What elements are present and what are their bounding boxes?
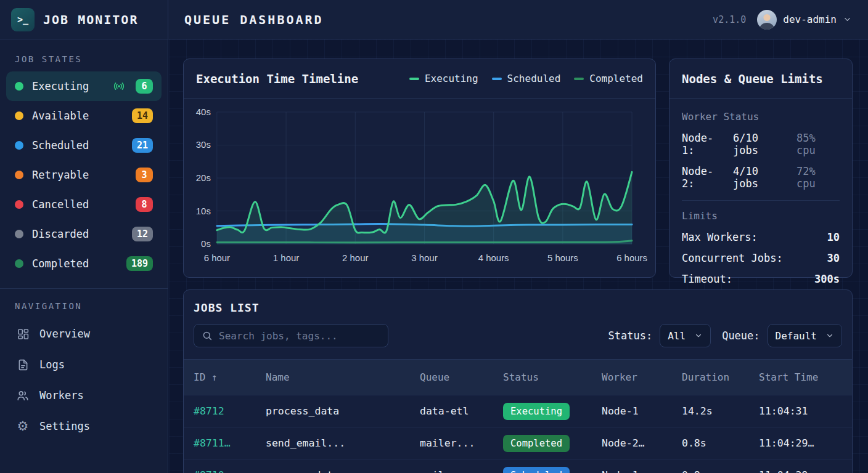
- worker-name: Node-1:: [682, 132, 725, 156]
- state-count-badge: 12: [132, 227, 153, 241]
- job-start-time: 11:04:29: [759, 469, 852, 473]
- jobs-table-body: #8712process_datadata-etlExecutingNode-1…: [184, 395, 852, 473]
- job-duration: 0.8s: [682, 469, 759, 473]
- job-start-time: 11:04:31: [759, 405, 852, 417]
- limit-label: Max Workers:: [682, 231, 758, 243]
- column-header-id[interactable]: ID ↑: [194, 371, 266, 383]
- state-label: Retryable: [32, 169, 127, 181]
- worker-jobs: 4/10 jobs: [733, 165, 788, 190]
- column-header-worker[interactable]: Worker: [602, 371, 682, 383]
- worker-cpu: 85% cpu: [796, 132, 840, 156]
- legend-label: Executing: [425, 73, 478, 84]
- job-id-link[interactable]: #8712: [194, 405, 266, 417]
- topbar-main: QUEUE DASHBOARD v2.1.0 dev-admin: [168, 0, 868, 39]
- limit-label: Concurrent Jobs:: [682, 252, 783, 264]
- legend-label: Scheduled: [507, 73, 561, 84]
- nodes-card-body: Worker Status Node-1:6/10 jobs85% cpuNod…: [669, 99, 852, 285]
- version-label: v2.1.0: [713, 14, 746, 25]
- limits-list: Max Workers:10Concurrent Jobs:30Timeout:…: [682, 231, 840, 285]
- sidebar-state-available[interactable]: Available14: [6, 101, 162, 131]
- table-row[interactable]: #8710process_datamailerScheduledNode-10.…: [184, 459, 852, 473]
- column-header-queue[interactable]: Queue: [420, 371, 503, 383]
- job-status-cell: Executing: [503, 403, 602, 420]
- job-queue: mailer: [420, 469, 503, 473]
- table-row[interactable]: #8712process_datadata-etlExecutingNode-1…: [184, 395, 852, 427]
- svg-text:0s: 0s: [201, 238, 211, 249]
- svg-text:4 hours: 4 hours: [478, 253, 509, 263]
- limit-row: Timeout:300s: [682, 273, 840, 285]
- svg-text:30s: 30s: [196, 139, 211, 150]
- column-header-duration[interactable]: Duration: [682, 371, 759, 383]
- jobs-card-header: JOBS LIST Status:AllQueue:Default: [184, 290, 852, 347]
- queue-filter-select[interactable]: Default: [768, 324, 842, 347]
- sidebar-item-logs[interactable]: Logs: [0, 349, 168, 380]
- navigation-list: OverviewLogsWorkers⚙Settings: [0, 318, 168, 442]
- sidebar-state-executing[interactable]: Executing6: [6, 71, 162, 101]
- chevron-down-icon: [694, 331, 703, 340]
- sidebar-state-retryable[interactable]: Retryable3: [6, 160, 162, 190]
- users-icon: [16, 389, 30, 402]
- job-id-link[interactable]: #8711…: [194, 437, 266, 449]
- table-row[interactable]: #8711…send_email...mailer...CompletedNod…: [184, 427, 852, 459]
- status-filter-select[interactable]: All: [660, 324, 711, 347]
- chart-legend: ExecutingScheduledCompleted: [409, 73, 643, 84]
- state-dot: [15, 141, 23, 150]
- worker-name: Node-2:: [682, 165, 725, 190]
- state-count-badge: 189: [126, 256, 153, 271]
- job-status-cell: Scheduled: [503, 467, 602, 473]
- column-header-status[interactable]: Status: [503, 371, 602, 383]
- username: dev-admin: [783, 14, 837, 25]
- limits-label: Limits: [682, 210, 840, 222]
- search-input[interactable]: [194, 324, 388, 347]
- nav-item-label: Workers: [39, 389, 84, 402]
- column-header-start[interactable]: Start Time: [759, 371, 852, 383]
- sidebar-state-completed[interactable]: Completed189: [6, 249, 162, 278]
- state-count-badge: 8: [136, 197, 153, 212]
- limit-row: Concurrent Jobs:30: [682, 252, 840, 264]
- job-worker: Node-1: [602, 405, 682, 417]
- sidebar-state-discarded[interactable]: Discarded12: [6, 219, 162, 249]
- job-id-link[interactable]: #8710: [194, 469, 266, 473]
- execution-timeline-card: Execution Time Timeline ExecutingSchedul…: [183, 59, 656, 278]
- state-count-badge: 3: [136, 168, 153, 182]
- brand: >_ JOB MONITOR: [0, 0, 168, 39]
- sidebar-item-settings[interactable]: ⚙Settings: [0, 411, 168, 442]
- job-queue: data-etl: [420, 405, 503, 417]
- nav-item-label: Settings: [39, 420, 90, 432]
- svg-text:1 hour: 1 hour: [273, 253, 299, 263]
- grid-icon: [16, 327, 30, 341]
- legend-label: Completed: [589, 73, 643, 84]
- status-filter-label: Status:: [608, 329, 653, 342]
- worker-status-row: Node-1:6/10 jobs85% cpu: [682, 132, 840, 156]
- column-header-name[interactable]: Name: [266, 371, 420, 383]
- legend-swatch: [574, 78, 584, 80]
- queue-filter-label: Queue:: [722, 329, 760, 342]
- sidebar-state-scheduled[interactable]: Scheduled21: [6, 131, 162, 160]
- user-menu[interactable]: dev-admin: [757, 10, 852, 30]
- limit-label: Timeout:: [682, 273, 732, 285]
- state-label: Executing: [32, 80, 104, 92]
- nav-item-label: Overview: [39, 328, 90, 340]
- job-duration: 14.2s: [682, 405, 759, 417]
- nav-item-label: Logs: [39, 358, 65, 371]
- limit-value: 10: [827, 231, 840, 243]
- nodes-card-divider: [682, 200, 840, 201]
- jobs-table-header: ID ↑NameQueueStatusWorkerDurationStart T…: [184, 359, 852, 395]
- sidebar-item-overview[interactable]: Overview: [0, 318, 168, 349]
- gear-icon: ⚙: [16, 419, 30, 433]
- job-worker: Node-2…: [602, 437, 682, 449]
- svg-text:5 hours: 5 hours: [547, 253, 578, 263]
- state-dot: [15, 82, 23, 91]
- state-dot: [15, 230, 23, 238]
- topbar-right: v2.1.0 dev-admin: [713, 10, 852, 30]
- status-badge: Completed: [503, 435, 570, 452]
- legend-item-scheduled: Scheduled: [492, 73, 561, 84]
- jobs-list-card: JOBS LIST Status:AllQueue:Default ID ↑Na…: [183, 289, 853, 473]
- svg-text:6 hour: 6 hour: [204, 253, 230, 263]
- topbar: >_ JOB MONITOR QUEUE DASHBOARD v2.1.0 de…: [0, 0, 868, 39]
- avatar-silhouette: [757, 10, 777, 30]
- state-dot: [15, 200, 23, 209]
- terminal-icon: >_: [11, 8, 35, 31]
- sidebar-item-workers[interactable]: Workers: [0, 380, 168, 411]
- sidebar-state-cancelled[interactable]: Cancelled8: [6, 190, 162, 219]
